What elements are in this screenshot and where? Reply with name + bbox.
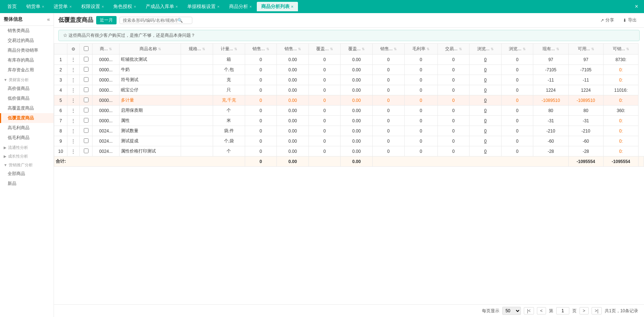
select-all-checkbox[interactable] <box>84 46 89 51</box>
row-checkbox[interactable] <box>84 138 89 143</box>
sidebar-group-label[interactable]: ▼ 类财富分析 <box>0 75 54 84</box>
browse1-link[interactable]: 0 <box>484 57 487 62</box>
sidebar-item[interactable]: 库存资金占用 <box>0 65 54 75</box>
col-header-browse1[interactable]: 浏览... ⇅ <box>470 44 502 55</box>
cell-checkbox[interactable] <box>79 116 92 126</box>
sidebar-item-低价值商品[interactable]: 低价值商品 <box>0 94 54 103</box>
nav-item-商品分析列表[interactable]: 商品分析列表× <box>257 2 298 11</box>
col-header-sales_qty[interactable]: 销售... ⇅ <box>245 44 277 55</box>
cell-browse1[interactable]: 0 <box>470 136 502 146</box>
settings-icon[interactable]: ⚙ <box>71 47 75 52</box>
sidebar-item-高毛利商品[interactable]: 高毛利商品 <box>0 123 54 133</box>
nav-item-单据模板设置[interactable]: 单据模板设置× <box>183 2 224 11</box>
cell-name[interactable]: 眠宝公仔 <box>119 85 181 95</box>
row-settings-icon[interactable]: ⋮ <box>71 88 75 93</box>
browse1-link[interactable]: 0 <box>484 128 487 134</box>
browse1-link[interactable]: 0 <box>484 118 487 123</box>
cell-browse1[interactable]: 0 <box>470 146 502 156</box>
cell-checkbox[interactable] <box>79 106 92 116</box>
cell-checkbox[interactable] <box>79 146 92 156</box>
cell-browse1[interactable]: 0 <box>470 106 502 116</box>
sort-icon[interactable]: ⇅ <box>491 47 494 51</box>
cell-name[interactable]: 牛奶 <box>119 65 181 75</box>
col-header-trade[interactable]: 交易... ⇅ <box>437 44 470 55</box>
col-header-browse2[interactable]: 浏览... ⇅ <box>501 44 533 55</box>
row-settings-icon[interactable]: ⋮ <box>71 149 75 154</box>
sidebar-item-高覆盖度商品[interactable]: 高覆盖度商品 <box>0 103 54 113</box>
col-header-spec[interactable]: 规格... ⇅ <box>181 44 213 55</box>
sort-icon[interactable]: ⇅ <box>109 47 112 51</box>
last-page-button[interactable]: >| <box>592 307 602 314</box>
next-page-button[interactable]: > <box>580 307 589 314</box>
share-button[interactable]: ↗ 分享 <box>597 16 617 24</box>
cell-browse1[interactable]: 0 <box>470 126 502 136</box>
row-settings-icon[interactable]: ⋮ <box>71 118 75 123</box>
search-input[interactable] <box>123 18 177 23</box>
cell-checkbox[interactable] <box>79 65 92 75</box>
cell-name[interactable]: 测试提成 <box>119 136 181 146</box>
cell-settings[interactable]: ⋮ <box>67 65 80 75</box>
col-header-gross[interactable]: 毛利率 ⇅ <box>404 44 437 55</box>
cell-settings[interactable]: ⋮ <box>67 95 80 106</box>
row-settings-icon[interactable]: ⋮ <box>71 98 75 103</box>
col-header-sales3[interactable]: 销售... ⇅ <box>373 44 405 55</box>
sort-icon[interactable]: ⇅ <box>234 47 237 51</box>
sort-icon[interactable]: ⇅ <box>266 47 269 51</box>
browse1-link[interactable]: 0 <box>484 139 487 144</box>
sidebar-group-label[interactable]: ▶ 成长性分析 <box>0 151 54 160</box>
row-settings-icon[interactable]: ⋮ <box>71 108 75 113</box>
sort-icon[interactable]: ⇅ <box>298 47 301 51</box>
cell-checkbox[interactable] <box>79 136 92 146</box>
col-header-name[interactable]: 商品名称 ⇅ <box>119 44 181 55</box>
sort-icon[interactable]: ⇅ <box>523 47 526 51</box>
sidebar-group-label[interactable]: ▼ 营销推广分析 <box>0 160 54 169</box>
page-number-input[interactable] <box>556 307 569 314</box>
window-close-button[interactable]: × <box>632 3 641 10</box>
cell-settings[interactable]: ⋮ <box>67 146 80 156</box>
cell-browse1[interactable]: 0 <box>470 55 502 65</box>
nav-close-icon[interactable]: × <box>291 4 293 9</box>
nav-item-首页[interactable]: 首页 <box>3 2 21 11</box>
row-checkbox[interactable] <box>84 118 89 123</box>
nav-close-icon[interactable]: × <box>176 4 178 9</box>
nav-item-销货单[interactable]: 销货单× <box>22 2 48 11</box>
browse1-link[interactable]: 0 <box>484 78 487 83</box>
nav-item-产成品入库单[interactable]: 产成品入库单× <box>141 2 182 11</box>
sort-icon[interactable]: ⇅ <box>330 47 333 51</box>
row-checkbox[interactable] <box>84 98 89 102</box>
sort-icon[interactable]: ⇅ <box>591 47 594 51</box>
sort-icon[interactable]: ⇅ <box>459 47 462 51</box>
row-settings-icon[interactable]: ⋮ <box>71 57 75 62</box>
cell-checkbox[interactable] <box>79 95 92 106</box>
nav-item-进货单[interactable]: 进货单× <box>49 2 76 11</box>
nav-close-icon[interactable]: × <box>250 4 252 9</box>
nav-item-角色授权[interactable]: 角色授权× <box>109 2 140 11</box>
cell-browse1[interactable]: 0 <box>470 95 502 106</box>
cell-settings[interactable]: ⋮ <box>67 136 80 146</box>
per-page-select[interactable]: 50 100 200 <box>502 307 521 315</box>
col-header-stock2[interactable]: 可用... ⇅ <box>568 44 603 55</box>
browse1-link[interactable]: 0 <box>484 149 487 154</box>
col-header-cover2[interactable]: 覆盖... ⇅ <box>341 44 373 55</box>
browse1-link[interactable]: 0 <box>484 67 487 72</box>
cell-checkbox[interactable] <box>79 85 92 95</box>
sidebar-group-label[interactable]: ▶ 流通性分析 <box>0 143 54 151</box>
row-checkbox[interactable] <box>84 108 89 112</box>
nav-close-icon[interactable]: × <box>69 4 71 9</box>
cell-settings[interactable]: ⋮ <box>67 75 80 85</box>
col-header-sellable[interactable]: 可销... ⇅ <box>604 44 639 55</box>
row-checkbox[interactable] <box>84 67 89 72</box>
nav-close-icon[interactable]: × <box>102 4 104 9</box>
row-checkbox[interactable] <box>84 148 89 153</box>
sidebar-collapse-button[interactable]: « <box>47 16 50 22</box>
sort-icon[interactable]: ⇅ <box>626 47 629 51</box>
cell-settings[interactable]: ⋮ <box>67 116 80 126</box>
sort-icon[interactable]: ⇅ <box>362 47 365 51</box>
cell-name[interactable]: 多计量 <box>119 95 181 106</box>
col-header-stock1[interactable]: 现有... ⇅ <box>533 44 568 55</box>
cell-settings[interactable]: ⋮ <box>67 126 80 136</box>
sort-icon[interactable]: ⇅ <box>202 47 205 51</box>
row-settings-icon[interactable]: ⋮ <box>71 67 75 72</box>
row-checkbox[interactable] <box>84 128 89 133</box>
row-checkbox[interactable] <box>84 87 89 92</box>
